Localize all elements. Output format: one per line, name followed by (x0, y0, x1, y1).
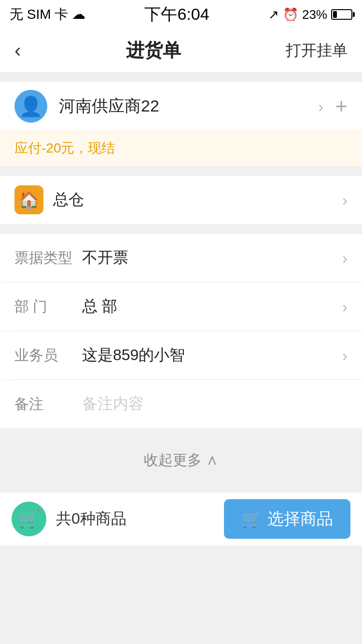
add-button[interactable]: + (335, 94, 348, 118)
back-button[interactable]: ‹ (14, 40, 21, 61)
section-gap-1 (0, 72, 362, 82)
invoice-type-value: 不开票 (82, 247, 342, 268)
department-row[interactable]: 部 门 总 部 › (0, 282, 362, 331)
department-value: 总 部 (82, 296, 342, 317)
section-gap-2 (0, 166, 362, 176)
warehouse-icon-bg: 🏠 (14, 185, 43, 214)
remark-placeholder[interactable]: 备注内容 (82, 393, 348, 415)
warehouse-icon: 🏠 (19, 190, 39, 210)
status-time: 下午6:04 (144, 3, 209, 26)
salesperson-row[interactable]: 业务员 这是859的小智 › (0, 331, 362, 379)
open-pending-button[interactable]: 打开挂单 (286, 40, 348, 61)
product-icon-bg: 🛒 (12, 502, 46, 536)
product-count-label: 共0种商品 (56, 508, 224, 530)
collapse-button[interactable]: 收起更多 ∧ (0, 438, 362, 483)
battery-percent: 23% (302, 7, 327, 22)
battery-icon (331, 9, 352, 20)
avatar-icon: 👤 (19, 95, 43, 118)
salesperson-label: 业务员 (14, 346, 82, 365)
section-gap-5 (0, 483, 362, 492)
cart-icon: 🛒 (18, 509, 40, 529)
signal-icon: ↗ (268, 7, 279, 22)
invoice-type-row[interactable]: 票据类型 不开票 › (0, 234, 362, 282)
chevron-right-icon: › (342, 249, 348, 267)
warehouse-value: 总仓 (53, 189, 342, 210)
invoice-type-label: 票据类型 (14, 248, 82, 268)
section-gap-3 (0, 224, 362, 234)
warehouse-row[interactable]: 🏠 总仓 › (0, 176, 362, 224)
chevron-right-icon: › (342, 191, 348, 210)
chevron-right-icon: › (342, 346, 348, 365)
avatar: 👤 (14, 90, 47, 123)
select-product-button[interactable]: 🛒 选择商品 (224, 499, 350, 539)
notice-bar: 应付-20元，现结 (0, 130, 362, 166)
select-product-label: 选择商品 (267, 508, 333, 530)
clock-icon: ⏰ (283, 7, 298, 22)
sim-label: 无 SIM 卡 ☁ (10, 5, 85, 24)
select-cart-icon: 🛒 (241, 509, 262, 529)
status-left: 无 SIM 卡 ☁ (10, 5, 85, 24)
supplier-name: 河南供应商22 (59, 95, 318, 117)
section-gap-4 (0, 428, 362, 438)
chevron-right-icon: › (342, 297, 348, 316)
salesperson-value: 这是859的小智 (82, 345, 342, 366)
page-title: 进货单 (126, 38, 181, 63)
status-bar: 无 SIM 卡 ☁ 下午6:04 ↗ ⏰ 23% (0, 0, 362, 29)
status-right: ↗ ⏰ 23% (268, 7, 352, 22)
product-bar: 🛒 共0种商品 🛒 选择商品 (0, 492, 362, 546)
chevron-right-icon: › (318, 97, 323, 116)
supplier-row[interactable]: 👤 河南供应商22 › + (0, 82, 362, 130)
remark-label: 备注 (14, 394, 82, 414)
department-label: 部 门 (14, 297, 82, 317)
nav-bar: ‹ 进货单 打开挂单 (0, 29, 362, 72)
remark-row[interactable]: 备注 备注内容 (0, 380, 362, 428)
